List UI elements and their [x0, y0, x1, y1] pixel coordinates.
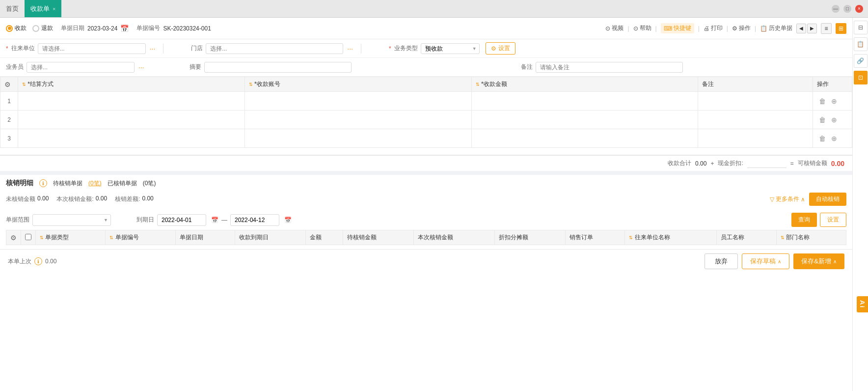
discount-input[interactable]: [747, 159, 787, 168]
calendar-icon[interactable]: 📅: [120, 25, 129, 32]
row-copy-btn-3[interactable]: ⊕: [829, 134, 839, 143]
row-copy-btn-2[interactable]: ⊕: [829, 115, 839, 125]
unverified-value: 0.00: [37, 195, 49, 203]
print-link[interactable]: 🖨 打印: [704, 24, 723, 32]
row-delete-btn-3[interactable]: 🗑: [817, 134, 828, 143]
store-more-icon[interactable]: ···: [347, 45, 353, 53]
ops-link[interactable]: ⚙ 操作: [732, 24, 751, 32]
th-note: 备注: [698, 77, 813, 92]
footer-info-icon[interactable]: ℹ: [34, 257, 42, 265]
nav-prev-button[interactable]: ◀: [796, 24, 806, 33]
from-unit-field: * 往来单位 ···: [6, 43, 155, 54]
help-link[interactable]: ⊙ 帮助: [633, 24, 651, 32]
more-conditions-link[interactable]: ▽ 更多条件 ∧: [770, 195, 805, 203]
video-link[interactable]: ⊙ 视频: [605, 24, 624, 32]
row-delete-btn-1[interactable]: 🗑: [817, 96, 828, 106]
tab-close-icon[interactable]: ×: [53, 6, 55, 12]
verif-setting-button[interactable]: 设置: [820, 213, 846, 227]
current-label: 本次核销金额:: [56, 195, 93, 203]
gear-bottom-icon[interactable]: ⚙: [10, 234, 17, 242]
row-settle-3[interactable]: [18, 129, 245, 148]
row-account-3[interactable]: [244, 129, 471, 148]
summary-input[interactable]: [204, 62, 352, 73]
doc-num-info: 单据编号 SK-20230324-001: [136, 24, 211, 32]
from-unit-input[interactable]: [38, 43, 146, 54]
select-all-checkbox[interactable]: [25, 234, 31, 240]
shortcut-link[interactable]: ⌨ 快捷键: [661, 23, 694, 33]
history-link[interactable]: 📋 历史单据: [760, 24, 792, 32]
row-note-3[interactable]: [698, 129, 813, 148]
done-tab-label: 已核销单据: [108, 179, 137, 188]
sort-settle-icon[interactable]: ⇅: [22, 82, 26, 87]
right-panel-btn-2[interactable]: 📋: [854, 37, 868, 51]
biz-type-select[interactable]: 预收款: [421, 43, 480, 54]
th-check: ⚙: [6, 230, 21, 245]
row-account-1[interactable]: [244, 92, 471, 111]
range-field: 单据范围: [6, 214, 111, 226]
right-panel-btn-4[interactable]: ⊡: [854, 71, 868, 84]
row-settle-1[interactable]: [18, 92, 245, 111]
due-date-start-input[interactable]: [157, 214, 206, 226]
range-select[interactable]: [32, 214, 111, 226]
radio-receipt[interactable]: 收款: [6, 24, 27, 32]
save-draft-button[interactable]: 保存草稿 ∧: [742, 253, 789, 269]
th-employee: 员工名称: [717, 230, 776, 245]
salesperson-more-icon[interactable]: ···: [138, 63, 144, 71]
radio-receipt-circle: [6, 25, 13, 32]
th-gear[interactable]: ⚙: [0, 77, 18, 92]
grid-view-button[interactable]: ⊞: [836, 23, 846, 34]
query-button[interactable]: 查询: [791, 213, 817, 227]
sort-account-icon[interactable]: ⇅: [249, 82, 253, 87]
tab-home[interactable]: 首页: [0, 0, 25, 17]
main-container: 收款 退款 单据日期 2023-03-24 📅 单据编号 SK-20230324…: [0, 18, 868, 391]
row-account-2[interactable]: [244, 111, 471, 129]
due-date-end-input[interactable]: [230, 214, 279, 226]
diff-value: 0.00: [142, 195, 153, 203]
row-amount-3[interactable]: [471, 129, 698, 148]
start-calendar-icon[interactable]: 📅: [211, 217, 218, 223]
available-label: 可核销金额: [798, 159, 827, 168]
end-calendar-icon[interactable]: 📅: [284, 217, 292, 223]
nav-arrows: ◀ ▶: [796, 24, 817, 33]
row-amount-2[interactable]: [471, 111, 698, 129]
history-icon: 📋: [760, 25, 767, 32]
right-panel: ⊟ 📋 🔗 ⊡: [852, 18, 868, 391]
abandon-button[interactable]: 放弃: [705, 253, 738, 269]
verif-stats: 未核销金额 0.00 本次核销金额: 0.00 核销差额: 0.00 ▽ 更多条…: [6, 191, 846, 210]
tab-home-label: 首页: [6, 4, 19, 13]
list-view-button[interactable]: ≡: [821, 23, 832, 34]
current-value: 0.00: [96, 195, 107, 203]
save-new-button[interactable]: 保存&新增 ∧: [793, 253, 844, 269]
verif-info-icon[interactable]: ℹ: [39, 179, 47, 187]
footer-actions: 放弃 保存草稿 ∧ 保存&新增 ∧: [705, 253, 844, 269]
from-unit-required: *: [6, 45, 8, 52]
tab-receipt[interactable]: 收款单 ×: [25, 0, 61, 17]
minimize-button[interactable]: —: [832, 5, 840, 13]
row-note-1[interactable]: [698, 92, 813, 111]
auto-verify-button[interactable]: 自动核销: [809, 193, 846, 206]
verif-top-row: 核销明细 ℹ 待核销单据 (0笔) 已核销单据 (0笔): [6, 179, 846, 191]
row-delete-btn-2[interactable]: 🗑: [817, 115, 828, 125]
nav-next-button[interactable]: ▶: [807, 24, 817, 33]
close-button[interactable]: ×: [855, 5, 863, 13]
ai-badge[interactable]: Ai: [857, 296, 868, 312]
right-panel-btn-1[interactable]: ⊟: [854, 21, 868, 34]
print-icon: 🖨: [704, 25, 709, 32]
row-amount-1[interactable]: [471, 92, 698, 111]
row-note-2[interactable]: [698, 111, 813, 129]
table-row: 1 🗑 ⊕: [0, 92, 852, 111]
form-divider-1: [163, 44, 163, 54]
row-copy-btn-1[interactable]: ⊕: [829, 96, 839, 106]
salesperson-input[interactable]: [27, 62, 135, 73]
settings-button[interactable]: ⚙ 设置: [486, 42, 515, 55]
note-input[interactable]: [536, 62, 683, 73]
discount-label: 现金折扣:: [718, 159, 743, 168]
row-settle-2[interactable]: [18, 111, 245, 129]
pending-tab-count[interactable]: (0笔): [88, 179, 102, 188]
store-input[interactable]: [206, 43, 343, 54]
maximize-button[interactable]: □: [843, 5, 851, 13]
from-unit-more-icon[interactable]: ···: [150, 45, 156, 53]
sort-amount-icon[interactable]: ⇅: [476, 82, 480, 87]
radio-refund[interactable]: 退款: [32, 24, 53, 32]
right-panel-btn-3[interactable]: 🔗: [854, 54, 868, 68]
